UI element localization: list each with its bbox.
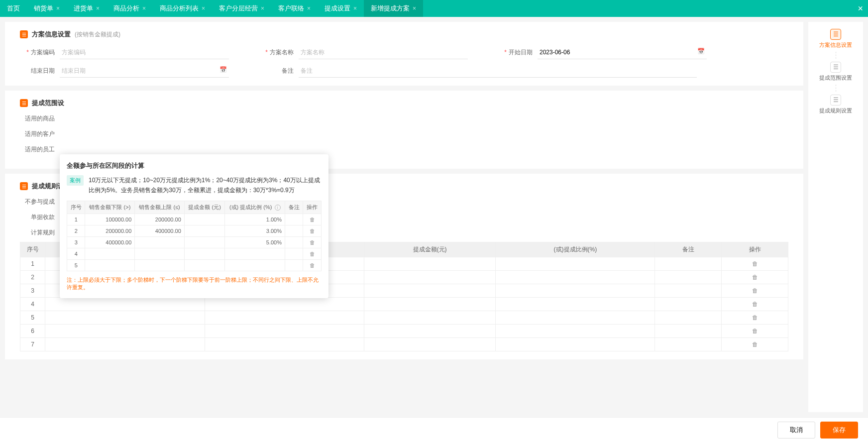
col-header: 序号 xyxy=(67,201,85,214)
col-header: 提成金额 (元) xyxy=(184,201,225,214)
section-icon: ☰ xyxy=(20,182,28,190)
col-header: (或) 提成比例 (%) i xyxy=(225,201,285,214)
start-date-input[interactable] xyxy=(538,46,707,59)
section-icon: ☰ xyxy=(20,30,28,38)
plan-name-input[interactable] xyxy=(299,46,468,59)
delete-icon[interactable]: 🗑 xyxy=(752,314,758,321)
info-icon: i xyxy=(275,205,281,211)
label-plan-name: 方案名称 xyxy=(259,48,299,57)
end-date-input[interactable] xyxy=(60,64,229,78)
table-row: 4🗑 xyxy=(20,298,788,311)
tab-close-icon[interactable]: × xyxy=(413,5,416,12)
table-row: 3400000.005.00%🗑 xyxy=(67,236,322,248)
section-icon: ☰ xyxy=(20,99,28,107)
example-popover: 全额参与所在区间段的计算 案例 10万元以下无提成；10~20万元提成比例为1%… xyxy=(60,154,328,298)
delete-icon[interactable]: 🗑 xyxy=(752,301,758,308)
col-header: 操作 xyxy=(303,201,322,214)
label-receipt: 单据收款 xyxy=(20,213,60,221)
table-row: 5🗑 xyxy=(67,259,322,271)
table-row: 4🗑 xyxy=(67,248,322,259)
label-calc-rule: 计算规则 xyxy=(20,228,60,237)
tab-close-icon[interactable]: × xyxy=(307,5,311,12)
label-remark: 备注 xyxy=(259,67,299,75)
delete-icon[interactable]: 🗑 xyxy=(310,217,315,222)
delete-icon[interactable]: 🗑 xyxy=(752,260,758,267)
tab-close-icon[interactable]: × xyxy=(56,5,60,12)
tab-销货单[interactable]: 销货单× xyxy=(27,0,67,17)
label-start-date: 开始日期 xyxy=(498,48,538,57)
table-row: 1100000.00200000.001.00%🗑 xyxy=(67,214,322,225)
delete-icon[interactable]: 🗑 xyxy=(310,262,315,268)
tab-close-icon[interactable]: × xyxy=(202,5,205,12)
anchor-icon: ☰ xyxy=(830,29,841,40)
tab-客户联络[interactable]: 客户联络× xyxy=(271,0,318,17)
table-row: 6🗑 xyxy=(20,325,788,338)
scope-label: 适用的商品 xyxy=(20,114,60,123)
table-row: 7🗑 xyxy=(20,338,788,351)
anchor-icon: ☰ xyxy=(830,95,841,106)
delete-icon[interactable]: 🗑 xyxy=(752,328,758,334)
anchor-提成规则设置[interactable]: ☰提成规则设置 xyxy=(819,95,852,114)
delete-icon[interactable]: 🗑 xyxy=(310,228,315,234)
section-title: 提成范围设 xyxy=(32,99,64,108)
col-header: 序号 xyxy=(20,242,45,257)
tab-提成设置[interactable]: 提成设置× xyxy=(318,0,364,17)
plan-code-input[interactable] xyxy=(60,46,229,59)
scope-label: 适用的客户 xyxy=(20,130,60,138)
col-header: 备注 xyxy=(285,201,303,214)
col-header: 销售金额上限 (≤) xyxy=(135,201,184,214)
example-table: 序号销售金额下限 (>)销售金额上限 (≤)提成金额 (元)(或) 提成比例 (… xyxy=(67,201,322,271)
delete-icon[interactable]: 🗑 xyxy=(310,251,315,257)
col-header: 提成金额(元) xyxy=(364,242,496,257)
section-plan-info: ☰ 方案信息设置 (按销售金额提成) 方案编码 方案名称 开始日期 📅 xyxy=(5,22,803,86)
col-header: 操作 xyxy=(722,242,788,257)
col-header: 销售金额下限 (>) xyxy=(85,201,135,214)
close-all-tabs-icon[interactable]: × xyxy=(858,3,863,14)
delete-icon[interactable]: 🗑 xyxy=(752,274,758,281)
case-tag: 案例 xyxy=(67,175,84,186)
col-header: 备注 xyxy=(655,242,722,257)
tab-客户分层经营[interactable]: 客户分层经营× xyxy=(212,0,271,17)
label-plan-code: 方案编码 xyxy=(20,48,60,57)
remark-input[interactable] xyxy=(299,64,697,78)
section-subtitle: (按销售金额提成) xyxy=(75,30,120,39)
tab-进货单[interactable]: 进货单× xyxy=(67,0,107,17)
scope-label: 适用的员工 xyxy=(20,145,60,154)
tab-close-icon[interactable]: × xyxy=(142,5,146,12)
delete-icon[interactable]: 🗑 xyxy=(752,287,758,294)
tab-商品分析[interactable]: 商品分析× xyxy=(107,0,153,17)
tab-bar: 首页销货单×进货单×商品分析×商品分析列表×客户分层经营×客户联络×提成设置×新… xyxy=(0,0,868,17)
tab-商品分析列表[interactable]: 商品分析列表× xyxy=(153,0,212,17)
table-row: 2200000.00400000.003.00%🗑 xyxy=(67,225,322,236)
anchor-提成范围设置[interactable]: ☰提成范围设置 xyxy=(819,62,852,82)
popover-note: 注：上限必须大于下限；多个阶梯时，下一个阶梯下限要等于前一阶梯上限；不同行之间下… xyxy=(67,276,322,291)
anchor-nav: ☰方案信息设置☰提成范围设置☰提成规则设置 xyxy=(808,22,863,412)
popover-title: 全额参与所在区间段的计算 xyxy=(67,161,322,170)
delete-icon[interactable]: 🗑 xyxy=(752,341,758,348)
table-row: 5🗑 xyxy=(20,311,788,325)
col-header: (或)提成比例(%) xyxy=(496,242,655,257)
anchor-icon: ☰ xyxy=(830,62,841,73)
section-title: 方案信息设置 xyxy=(32,30,71,39)
tab-新增提成方案[interactable]: 新增提成方案× xyxy=(364,0,423,17)
label-exclude: 不参与提成 xyxy=(20,198,60,206)
anchor-方案信息设置[interactable]: ☰方案信息设置 xyxy=(819,29,852,49)
label-end-date: 结束日期 xyxy=(20,67,60,75)
delete-icon[interactable]: 🗑 xyxy=(310,239,315,245)
tab-首页[interactable]: 首页 xyxy=(0,0,27,17)
tab-close-icon[interactable]: × xyxy=(353,5,357,12)
tab-close-icon[interactable]: × xyxy=(96,5,100,12)
tab-close-icon[interactable]: × xyxy=(261,5,264,12)
case-text: 10万元以下无提成；10~20万元提成比例为1%；20~40万提成比例为3%；4… xyxy=(89,175,322,196)
